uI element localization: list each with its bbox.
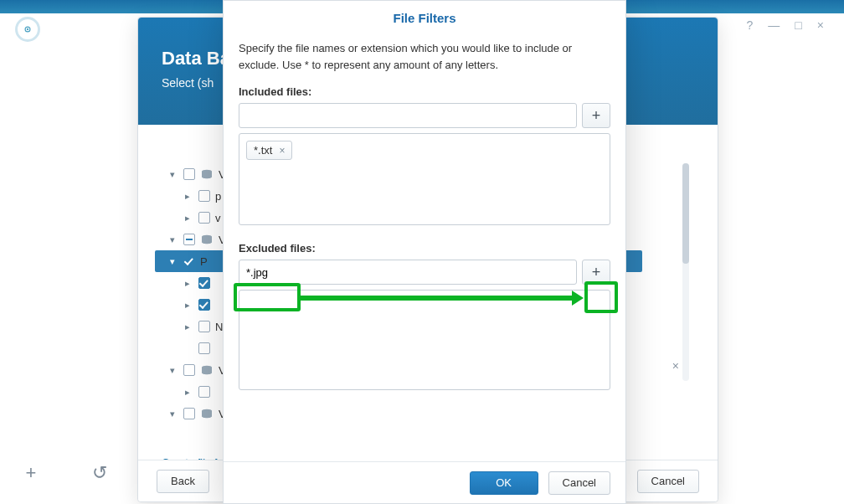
side-toolbar: + ↺ <box>18 460 112 486</box>
minimize-icon[interactable]: — <box>768 18 780 32</box>
tree-item-label: p <box>215 190 221 203</box>
expand-arrow-icon[interactable]: ▸ <box>182 191 193 202</box>
included-files-tags[interactable]: *.txt× <box>239 133 610 225</box>
checkbox[interactable] <box>183 234 195 245</box>
tree-scrollbar[interactable] <box>682 163 689 381</box>
checkbox[interactable] <box>198 321 210 332</box>
expand-arrow-icon[interactable]: ▾ <box>167 169 178 180</box>
checkbox[interactable] <box>198 342 210 354</box>
checkbox[interactable] <box>198 277 210 289</box>
included-files-input[interactable] <box>239 103 577 128</box>
expand-arrow-icon[interactable]: ▸ <box>182 300 193 311</box>
dialog-description: Specify the file names or extension whic… <box>239 40 610 74</box>
expand-arrow-icon[interactable]: ▸ <box>182 321 193 332</box>
included-files-label: Included files: <box>239 85 610 98</box>
add-icon[interactable]: + <box>18 460 44 486</box>
expand-arrow-icon[interactable]: ▸ <box>182 278 193 289</box>
filter-tag[interactable]: *.txt× <box>246 141 292 160</box>
tag-remove-icon[interactable]: × <box>279 145 285 157</box>
expand-arrow-icon[interactable]: ▸ <box>182 387 193 398</box>
expand-arrow-icon[interactable]: ▾ <box>167 409 178 419</box>
checkbox[interactable] <box>183 255 195 267</box>
history-icon[interactable]: ↺ <box>87 460 112 486</box>
tag-label: *.txt <box>254 144 272 157</box>
window-close-icon[interactable]: × <box>817 18 824 32</box>
app-launcher-icon[interactable] <box>15 17 40 42</box>
expand-arrow-icon[interactable]: ▾ <box>167 365 178 376</box>
checkbox[interactable] <box>183 408 195 419</box>
file-filters-dialog: File Filters Specify the file names or e… <box>223 0 626 504</box>
maximize-icon[interactable]: □ <box>795 18 801 32</box>
wizard-cancel-button[interactable]: Cancel <box>637 470 699 493</box>
included-add-button[interactable]: + <box>582 103 610 128</box>
excluded-files-tags[interactable] <box>239 290 610 390</box>
tree-scroll-thumb[interactable] <box>682 163 689 264</box>
excluded-files-label: Excluded files: <box>239 242 610 255</box>
window-controls: ? — □ × <box>747 18 824 32</box>
checkbox[interactable] <box>198 299 210 311</box>
expand-arrow-icon[interactable]: ▾ <box>167 256 178 267</box>
expand-arrow-icon[interactable]: ▸ <box>182 213 193 224</box>
dialog-title: File Filters <box>224 1 625 32</box>
help-icon[interactable]: ? <box>747 18 754 32</box>
checkbox[interactable] <box>183 168 195 180</box>
tree-item-label: N <box>215 321 223 333</box>
svg-point-1 <box>27 28 28 30</box>
dialog-footer: OK Cancel <box>224 461 625 503</box>
checkbox[interactable] <box>198 212 210 224</box>
excluded-files-input[interactable] <box>239 260 577 285</box>
checkbox[interactable] <box>198 190 210 202</box>
expand-arrow-icon[interactable]: ▾ <box>167 234 178 245</box>
tree-item-label: v <box>215 212 221 224</box>
checkbox[interactable] <box>183 364 195 376</box>
excluded-add-button[interactable]: + <box>582 260 610 285</box>
tree-item-label: P <box>200 255 208 268</box>
tree-panel-close-icon[interactable]: × <box>672 359 679 373</box>
back-button[interactable]: Back <box>157 470 209 493</box>
ok-button[interactable]: OK <box>470 471 538 495</box>
cancel-button[interactable]: Cancel <box>548 471 610 495</box>
checkbox[interactable] <box>198 386 210 398</box>
